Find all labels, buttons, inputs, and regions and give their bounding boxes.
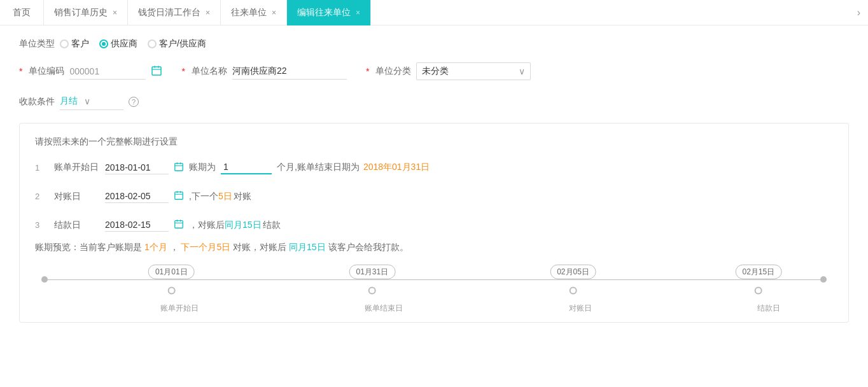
tl-dot-3 <box>570 287 577 295</box>
period-card-title: 请按照未来的一个完整帐期进行设置 <box>35 136 833 148</box>
tl-badge-2: 01月31日 <box>349 265 396 279</box>
tab-edit-partner-close[interactable]: × <box>356 8 360 17</box>
unit-code-input[interactable] <box>69 64 146 80</box>
tl-node-2: 01月31日 <box>349 265 396 295</box>
tab-home-label: 首页 <box>13 7 31 18</box>
unit-code-label: 单位编码 <box>29 66 64 77</box>
tab-sales-history-close[interactable]: × <box>113 8 117 17</box>
period-num-2: 2 <box>35 192 54 201</box>
unit-code-calendar-icon[interactable] <box>151 65 162 78</box>
svg-rect-0 <box>152 67 161 75</box>
unit-code-required: * <box>19 66 22 76</box>
period-row3-highlight: 同月15日 <box>225 220 262 231</box>
unit-classify-label: 单位分类 <box>375 66 411 77</box>
unit-name-input[interactable] <box>232 64 347 80</box>
tl-dot-2 <box>368 287 376 295</box>
unit-classify-required: * <box>366 66 369 76</box>
radio-both-label: 客户/供应商 <box>159 38 206 50</box>
unit-type-label: 单位类型 <box>19 38 55 50</box>
svg-rect-12 <box>175 221 183 229</box>
period-row3-prefix: ，对账后 <box>189 220 225 231</box>
period-card: 请按照未来的一个完整帐期进行设置 1 账单开始日 账期为 个月,账单结束日期为 … <box>19 123 849 323</box>
period-label-1: 账单开始日 <box>54 162 105 173</box>
tab-edit-partner-label: 编辑往来单位 <box>297 7 351 18</box>
timeline-left-dot <box>41 276 48 283</box>
unit-name-required: * <box>181 66 185 76</box>
period-cal-3[interactable] <box>174 219 184 231</box>
tl-node-1: 01月01日 <box>148 265 195 295</box>
unit-classify-value: 未分类 <box>422 66 449 77</box>
tl-label-2: 账单结束日 <box>365 303 403 314</box>
unit-info-row: * 单位编码 * 单位名称 * 单位分类 未分类 ∨ <box>19 62 849 80</box>
summary-row: 账期预览：当前客户账期是 1个月 ， 下一个月5日 对账，对账后 同月15日 该… <box>35 242 833 253</box>
tab-partner-units-close[interactable]: × <box>272 8 276 17</box>
period-months-input[interactable] <box>221 160 272 174</box>
tl-dot-1 <box>167 287 175 295</box>
tab-cash-work-close[interactable]: × <box>206 8 210 17</box>
summary-highlight3: 同月15日 <box>289 242 326 252</box>
payment-arrow: ∨ <box>84 96 90 106</box>
radio-supplier[interactable]: 供应商 <box>99 38 137 50</box>
period-date-3[interactable] <box>105 218 169 232</box>
summary-text3: 该客户会给我打款。 <box>328 242 409 252</box>
summary-prefix: 账期预览：当前客户账期是 <box>35 242 142 252</box>
unit-classify-select[interactable]: 未分类 ∨ <box>416 62 531 80</box>
svg-rect-8 <box>175 192 183 200</box>
period-label-3: 结款日 <box>54 220 105 231</box>
period-end-date: 2018年01月31日 <box>363 162 430 173</box>
tab-sales-history[interactable]: 销售订单历史 × <box>44 0 128 25</box>
main-content: 单位类型 客户 供应商 客户/供应商 * 单位编码 <box>0 25 868 387</box>
period-date-2[interactable] <box>105 190 169 203</box>
timeline: 01月01日 01月31日 02月05日 02月15 <box>35 264 833 309</box>
tl-badge-1: 01月01日 <box>148 265 195 279</box>
payment-label: 收款条件 <box>19 96 55 108</box>
period-row-2: 2 对账日 ,下一个 5日 对账 <box>35 190 833 203</box>
payment-help-icon[interactable]: ? <box>129 97 139 107</box>
unit-type-row: 单位类型 客户 供应商 客户/供应商 <box>19 38 849 50</box>
period-cal-2[interactable] <box>174 190 184 202</box>
tab-cash-work-label: 钱货日清工作台 <box>138 7 200 18</box>
tl-label-3: 对账日 <box>569 303 592 314</box>
radio-both-circle <box>148 39 157 48</box>
tl-dot-4 <box>755 287 762 295</box>
tab-partner-units-label: 往来单位 <box>231 7 267 18</box>
tab-cash-work[interactable]: 钱货日清工作台 × <box>128 0 221 25</box>
period-cal-1[interactable] <box>174 162 184 174</box>
period-num-3: 3 <box>35 220 54 230</box>
radio-customer-label: 客户 <box>71 38 89 50</box>
tab-partner-units[interactable]: 往来单位 × <box>221 0 287 25</box>
tl-node-3: 02月05日 <box>550 265 596 295</box>
unit-name-group: * 单位名称 <box>181 64 346 80</box>
radio-customer[interactable]: 客户 <box>60 38 89 50</box>
tl-node-4: 02月15日 <box>736 265 782 295</box>
tl-label-1: 账单开始日 <box>160 303 199 314</box>
payment-select[interactable]: 月结 ∨ <box>60 93 123 110</box>
tl-label-4: 结款日 <box>757 303 780 314</box>
period-date-1[interactable] <box>105 161 169 174</box>
period-row2-prefix: ,下一个 <box>189 191 218 202</box>
timeline-right-dot <box>820 276 827 283</box>
payment-row: 收款条件 月结 ∨ ? <box>19 93 849 110</box>
unit-classify-arrow: ∨ <box>519 66 525 76</box>
summary-text1: ， <box>170 242 179 252</box>
radio-group-unit-type: 客户 供应商 客户/供应商 <box>60 38 206 50</box>
radio-both[interactable]: 客户/供应商 <box>148 38 206 50</box>
svg-rect-4 <box>175 163 183 171</box>
summary-highlight2: 下一个月5日 <box>181 242 230 252</box>
period-row2-highlight: 5日 <box>218 191 232 202</box>
unit-code-group: * 单位编码 <box>19 64 162 80</box>
period-suffix-before-1: 账期为 <box>189 162 216 173</box>
tab-edit-partner[interactable]: 编辑往来单位 × <box>287 0 371 25</box>
radio-supplier-circle <box>99 39 108 48</box>
period-row-1: 1 账单开始日 账期为 个月,账单结束日期为 2018年01月31日 <box>35 160 833 174</box>
radio-customer-circle <box>60 39 69 48</box>
tab-sales-history-label: 销售订单历史 <box>54 7 108 18</box>
unit-name-label: 单位名称 <box>192 66 227 77</box>
unit-classify-group: * 单位分类 未分类 ∨ <box>366 62 531 80</box>
summary-text2: 对账，对账后 <box>233 242 286 252</box>
tabs-expand-icon[interactable]: › <box>850 7 868 18</box>
tab-home[interactable]: 首页 <box>0 0 44 25</box>
summary-highlight1: 1个月 <box>144 242 167 252</box>
period-row2-suffix: 对账 <box>234 191 251 202</box>
radio-supplier-label: 供应商 <box>111 38 137 50</box>
